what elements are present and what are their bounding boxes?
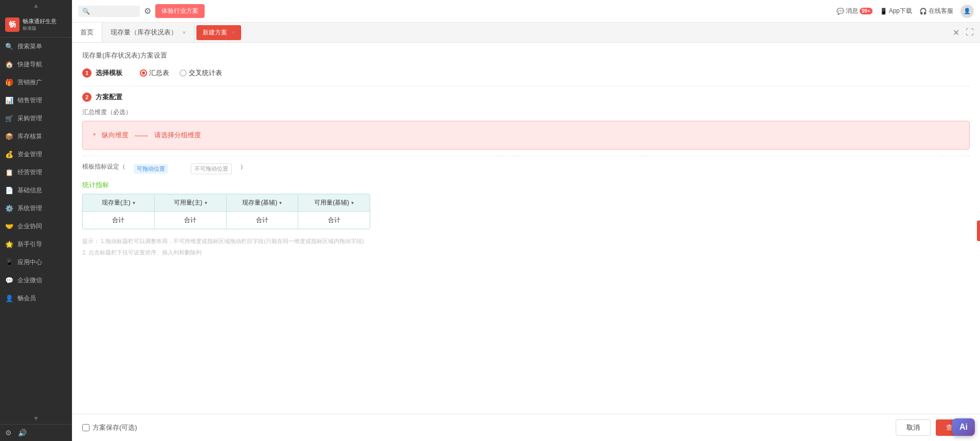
- message-label: 消息: [846, 7, 858, 15]
- money-icon: 💰: [5, 151, 13, 159]
- app-download-button[interactable]: 📱 App下载: [880, 7, 912, 15]
- save-checkbox[interactable]: [82, 424, 89, 431]
- stats-data-row: 合计 合计 合计 合计: [83, 211, 370, 229]
- clipboard-icon: 📋: [5, 169, 13, 177]
- sidebar-item-shortcut[interactable]: 🏠 快捷导航: [0, 56, 72, 74]
- sidebar-item-finance[interactable]: 💰 资金管理: [0, 145, 72, 163]
- sidebar-item-sales[interactable]: 📊 销售管理: [0, 91, 72, 109]
- sidebar-item-label: 畅会员: [17, 294, 36, 303]
- section-1-header: 1 选择模板 汇总表 交叉统计表: [82, 68, 970, 78]
- tab-inventory-close[interactable]: ×: [183, 29, 186, 35]
- industry-plan-button[interactable]: 体验行业方案: [155, 4, 205, 18]
- sidebar-item-marketing[interactable]: 🎁 营销推广: [0, 74, 72, 91]
- stats-col-0-label: 现存量(主): [102, 198, 131, 207]
- sidebar-item-member[interactable]: 👤 畅会员: [0, 289, 72, 307]
- sidebar-item-label: 企业微信: [17, 276, 42, 285]
- user-avatar[interactable]: 👤: [960, 5, 974, 18]
- online-service-label: 在线客服: [929, 7, 953, 15]
- settings-icon[interactable]: ⚙: [5, 429, 12, 437]
- dim-dash: ——: [135, 132, 148, 139]
- tabs-bar: 首页 现存量（库存状况表） × 新建方案 × ✕ ⛶: [72, 23, 980, 43]
- sidebar-item-inventory[interactable]: 📦 库存核算: [0, 127, 72, 145]
- right-edge-handle[interactable]: [977, 220, 980, 241]
- indicator-label: 模板指标设定（: [82, 162, 125, 171]
- handshake-icon: 🤝: [5, 223, 13, 231]
- sidebar-item-label: 库存核算: [17, 132, 42, 141]
- service-icon: 🎧: [919, 8, 927, 15]
- sidebar-item-label: 基础信息: [17, 186, 42, 195]
- divider-1: [82, 86, 970, 86]
- sidebar-item-purchase[interactable]: 🛒 采购管理: [0, 109, 72, 127]
- message-icon: 💬: [837, 8, 844, 15]
- tab-close-icon[interactable]: ✕: [951, 26, 961, 40]
- cancel-button[interactable]: 取消: [896, 419, 931, 436]
- topbar-gear-icon[interactable]: ⚙: [144, 6, 151, 16]
- sidebar-item-wechat[interactable]: 💬 企业微信: [0, 271, 72, 289]
- ai-float-button[interactable]: Ai: [952, 418, 975, 436]
- section-1-title: 选择模板: [96, 68, 122, 78]
- stats-header-cell-2[interactable]: 现存量(基辅) ▾: [227, 194, 299, 211]
- logo-text: 畅康通好生意: [23, 17, 57, 25]
- section-2-title: 方案配置: [96, 93, 122, 102]
- radio-cross-label: 交叉统计表: [189, 68, 222, 78]
- topbar-search[interactable]: 🔍: [78, 6, 140, 17]
- sidebar-scroll-down[interactable]: ▼: [0, 413, 72, 424]
- stats-data-cell-1: 合计: [155, 212, 227, 229]
- stats-section: 统计指标 现存量(主) ▾ 可用量(主) ▾ 现存量(基辅): [82, 180, 970, 229]
- tab-new-plan-label: 新建方案: [203, 28, 227, 37]
- section-2: 2 方案配置 汇总维度（必选） * 纵向维度 —— 请选择分组维度 模板指标设定…: [82, 93, 970, 258]
- tab-inventory-status[interactable]: 现存量（库存状况表） ×: [102, 23, 194, 42]
- stats-table: 现存量(主) ▾ 可用量(主) ▾ 现存量(基辅) ▾ 可用量(基辅): [82, 194, 370, 229]
- stats-header-cell-0[interactable]: 现存量(主) ▾: [83, 194, 155, 211]
- sidebar-item-label: 资金管理: [17, 150, 42, 159]
- dim-label: 纵向维度: [102, 131, 129, 140]
- online-service-button[interactable]: 🎧 在线客服: [919, 7, 953, 15]
- sidebar-logo: 畅 畅康通好生意 标准版: [0, 11, 72, 38]
- sidebar-item-label: 营销推广: [17, 78, 42, 87]
- stats-header-cell-3[interactable]: 可用量(基辅) ▾: [298, 194, 370, 211]
- message-badge: 99+: [860, 8, 873, 14]
- draggable-badge: 可拖动位置: [134, 164, 168, 174]
- member-icon: 👤: [5, 295, 13, 303]
- sidebar-item-business[interactable]: 📋 经营管理: [0, 163, 72, 181]
- radio-summary[interactable]: 汇总表: [140, 68, 169, 78]
- tab-new-plan-close[interactable]: ×: [231, 29, 234, 35]
- main-area: 🔍 ⚙ 体验行业方案 💬 消息 99+ 📱 App下载 🎧 在线客服 👤: [72, 0, 980, 441]
- sidebar-item-basic[interactable]: 📄 基础信息: [0, 181, 72, 199]
- sidebar: ▲ 畅 畅康通好生意 标准版 🔍 搜索菜单 🏠 快捷导航 🎁 营销推广 📊 销售…: [0, 0, 72, 441]
- home-icon: 🏠: [5, 61, 13, 69]
- sidebar-item-label: 系统管理: [17, 204, 42, 213]
- dimension-box[interactable]: * 纵向维度 —— 请选择分组维度: [82, 121, 970, 150]
- chevron-down-icon-2: ▾: [279, 200, 282, 206]
- app-download-label: App下载: [889, 7, 912, 15]
- search-icon: 🔍: [82, 8, 90, 15]
- sidebar-item-newguide[interactable]: 🌟 新手引导: [0, 235, 72, 253]
- volume-icon[interactable]: 🔊: [18, 429, 27, 437]
- radio-summary-label: 汇总表: [149, 68, 169, 78]
- sidebar-item-search[interactable]: 🔍 搜索菜单: [0, 38, 72, 56]
- sidebar-item-appcenter[interactable]: 📱 应用中心: [0, 253, 72, 271]
- search-icon: 🔍: [5, 43, 13, 51]
- stats-col-2-label: 现存量(基辅): [242, 198, 277, 207]
- tips-box: 提示： 1.拖动标题栏可以调整布局，不可跨维度或指标区域拖动栏目字段(只能在同一…: [82, 235, 970, 258]
- topbar: 🔍 ⚙ 体验行业方案 💬 消息 99+ 📱 App下载 🎧 在线客服 👤: [72, 0, 980, 23]
- tab-new-plan[interactable]: 新建方案 ×: [196, 25, 241, 40]
- download-icon: 📱: [880, 8, 887, 15]
- radio-cross-dot: [179, 69, 187, 77]
- sidebar-scroll-up[interactable]: ▲: [0, 0, 72, 11]
- sidebar-item-enterprise[interactable]: 🤝 企业协同: [0, 217, 72, 235]
- stats-header-cell-1[interactable]: 可用量(主) ▾: [155, 194, 227, 211]
- chevron-down-icon-0: ▾: [133, 200, 135, 206]
- tab-expand-icon[interactable]: ⛶: [964, 26, 976, 40]
- stats-data-cell-2: 合计: [227, 212, 299, 229]
- message-button[interactable]: 💬 消息 99+: [837, 7, 873, 15]
- topbar-left: 🔍 ⚙ 体验行业方案: [78, 4, 205, 18]
- chart-icon: 📊: [5, 97, 13, 105]
- chat-icon: 💬: [5, 277, 13, 285]
- sidebar-item-system[interactable]: ⚙️ 系统管理: [0, 199, 72, 217]
- divider-2: [82, 156, 970, 156]
- tab-home[interactable]: 首页: [72, 23, 102, 42]
- radio-cross[interactable]: 交叉统计表: [179, 68, 222, 78]
- tips-line-2: 2. 点击标题栏下拉可设置排序、插入列和删除列: [82, 247, 970, 258]
- template-options: 汇总表 交叉统计表: [140, 68, 222, 78]
